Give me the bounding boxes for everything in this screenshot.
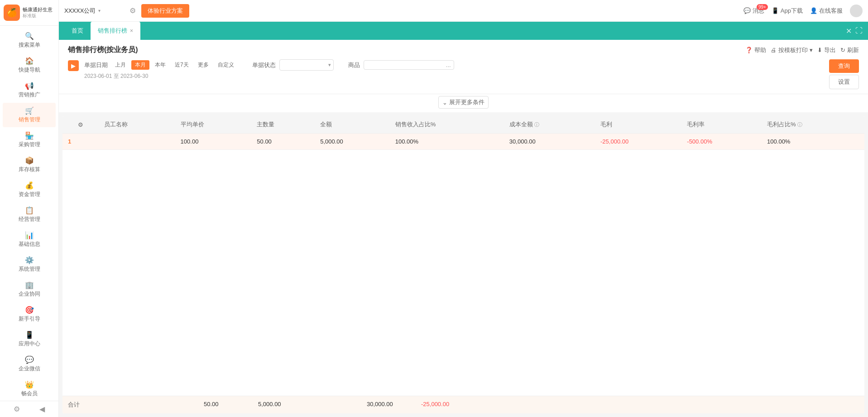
sidebar-label-newbie: 新手引导: [19, 315, 40, 323]
sidebar-label-system: 系统管理: [19, 265, 40, 273]
sidebar-item-newbie[interactable]: 🎯 新手引导: [3, 302, 56, 326]
sidebar-item-member[interactable]: 👑 畅会员: [3, 377, 56, 401]
tab-sales-ranking[interactable]: 销售排行榜 ×: [91, 22, 140, 40]
goods-label: 商品: [348, 61, 360, 69]
sidebar-label-inventory: 库存核算: [19, 166, 40, 173]
status-select-wrapper: [279, 59, 334, 71]
cost-info-icon[interactable]: ⓘ: [534, 122, 539, 127]
expand-more-button[interactable]: ⌄ 展开更多条件: [438, 96, 489, 109]
col-gross-rate: 毛利率: [681, 116, 762, 134]
expand-label: 展开更多条件: [449, 98, 484, 106]
sidebar-icon-quick-nav: 🏠: [25, 57, 34, 65]
row-gross-rate: -500.00%: [681, 134, 762, 150]
sidebar-item-basic[interactable]: 📊 基础信息: [3, 227, 56, 252]
col-settings[interactable]: ⚙: [62, 116, 99, 134]
query-button[interactable]: 查询: [829, 59, 859, 73]
date-tab-this-month[interactable]: 本月: [131, 60, 149, 70]
col-cost: 成本全额 ⓘ: [504, 116, 595, 134]
sidebar-item-search[interactable]: 🔍 搜索菜单: [3, 28, 56, 53]
sidebar-icon-system: ⚙️: [25, 256, 34, 264]
date-tab-custom[interactable]: 自定义: [214, 60, 238, 70]
help-button[interactable]: ❓ 帮助: [745, 46, 766, 54]
filter-toggle-icon[interactable]: ▶: [68, 60, 79, 71]
sidebar-item-quick-nav[interactable]: 🏠 快捷导航: [3, 53, 56, 77]
row-avg-price: 100.00: [175, 134, 252, 150]
sidebar-icon-sales: 🛒: [25, 106, 34, 115]
date-tab-last-month[interactable]: 上月: [111, 60, 129, 70]
expand-more-row: ⌄ 展开更多条件: [59, 94, 868, 112]
company-selector[interactable]: XXXXX公司 ▾: [64, 7, 128, 15]
sidebar-item-inventory[interactable]: 📦 库存核算: [3, 153, 56, 177]
page-title: 销售排行榜(按业务员): [68, 45, 138, 55]
goods-input[interactable]: [367, 62, 446, 68]
export-button[interactable]: ⬇ 导出: [817, 46, 836, 54]
tab-close-window-icon[interactable]: ✕: [846, 27, 852, 35]
refresh-label: 刷新: [847, 46, 859, 54]
tab-home[interactable]: 首页: [64, 22, 91, 40]
footer-total: 5,000.00: [258, 401, 303, 409]
sidebar-item-purchase[interactable]: 🏪 采购管理: [3, 128, 56, 152]
sidebar-item-sales[interactable]: 🛒 销售管理: [3, 103, 56, 127]
logo-icon: 🍊: [4, 5, 20, 21]
sidebar-icon-newbie: 🎯: [25, 306, 34, 314]
status-select[interactable]: [279, 59, 334, 71]
sidebar-label-marketing: 营销推广: [19, 91, 40, 99]
service-label: 在线客服: [819, 7, 843, 15]
date-range-display: 2023-06-01 至 2023-06-30: [84, 72, 148, 80]
sidebar: 🍊 畅康通好生意 标准版 🔍 搜索菜单 🏠 快捷导航 📢 营销推广 🛒 销售管理…: [0, 0, 59, 417]
date-tab-7days[interactable]: 近7天: [171, 60, 192, 70]
sidebar-item-enterprise[interactable]: 🏢 企业协同: [3, 277, 56, 302]
sidebar-icon-apps: 📱: [25, 331, 34, 339]
col-gross: 毛利: [595, 116, 681, 134]
app-icon: 📱: [772, 7, 779, 14]
sidebar-label-finance: 资金管理: [19, 191, 40, 198]
set-button[interactable]: 设置: [829, 75, 859, 89]
sidebar-item-marketing[interactable]: 📢 营销推广: [3, 78, 56, 102]
sidebar-icon-purchase: 🏪: [25, 131, 34, 140]
date-tab-this-year[interactable]: 本年: [151, 60, 169, 70]
sidebar-item-apps[interactable]: 📱 应用中心: [3, 327, 56, 351]
message-button[interactable]: 💬 消息 99+: [743, 7, 764, 15]
row-employee-name: [99, 134, 175, 150]
date-tab-more[interactable]: 更多: [194, 60, 212, 70]
col-main-qty: 主数量: [251, 116, 315, 134]
sidebar-icon-wechat: 💬: [25, 355, 34, 364]
tab-close-icon[interactable]: ×: [130, 28, 133, 34]
tab-maximize-icon[interactable]: ⛶: [855, 27, 863, 35]
company-settings-icon[interactable]: ⚙: [129, 6, 136, 15]
sidebar-item-wechat[interactable]: 💬 企业微信: [3, 352, 56, 376]
sidebar-item-operation[interactable]: 📋 经营管理: [3, 202, 56, 227]
app-download-button[interactable]: 📱 App下载: [772, 7, 803, 15]
main-area: XXXXX公司 ▾ ⚙ 体验行业方案 💬 消息 99+ 📱 App下载 👤 在线…: [59, 0, 868, 417]
sidebar-icon-finance: 💰: [25, 181, 34, 190]
table-header-row: ⚙ 员工名称 平均单价 主数量 全额 销售收入占比% 成本全额 ⓘ 毛利 毛利率…: [62, 116, 864, 134]
print-button[interactable]: 🖨 按模板打印 ▾: [771, 46, 813, 54]
sidebar-settings-icon[interactable]: ⚙: [14, 405, 20, 413]
footer-spacer2: [158, 401, 195, 409]
col-employee: 员工名称: [99, 116, 175, 134]
app-label: App下载: [781, 7, 803, 15]
sidebar-item-system[interactable]: ⚙️ 系统管理: [3, 252, 56, 277]
col-sales-pct: 销售收入占比%: [390, 116, 504, 134]
gross-pct-info-icon[interactable]: ⓘ: [797, 122, 802, 127]
goods-more-icon[interactable]: ...: [446, 62, 451, 68]
refresh-button[interactable]: ↻ 刷新: [840, 46, 859, 54]
sidebar-label-apps: 应用中心: [19, 340, 40, 348]
sidebar-icon-marketing: 📢: [25, 81, 34, 90]
expand-chevron-icon: ⌄: [442, 99, 447, 106]
export-label: 导出: [824, 46, 836, 54]
sidebar-collapse-icon[interactable]: ◀: [39, 405, 45, 413]
avatar[interactable]: [850, 5, 863, 17]
tab-bar: 首页 销售排行榜 × ✕ ⛶: [59, 22, 868, 40]
online-service-button[interactable]: 👤 在线客服: [810, 7, 843, 15]
industry-button[interactable]: 体验行业方案: [141, 4, 189, 18]
footer-main-qty: 50.00: [204, 401, 249, 409]
table-area: ⚙ 员工名称 平均单价 主数量 全额 销售收入占比% 成本全额 ⓘ 毛利 毛利率…: [62, 116, 864, 413]
goods-input-wrapper: ...: [364, 60, 454, 70]
service-icon: 👤: [810, 7, 817, 14]
company-arrow-icon: ▾: [98, 8, 101, 13]
page-header: 销售排行榜(按业务员) ❓ 帮助 🖨 按模板打印 ▾ ⬇ 导出: [59, 40, 868, 94]
sidebar-icon-enterprise: 🏢: [25, 281, 34, 289]
sidebar-item-finance[interactable]: 💰 资金管理: [3, 177, 56, 202]
sidebar-bottom: ⚙ ◀: [0, 401, 58, 417]
